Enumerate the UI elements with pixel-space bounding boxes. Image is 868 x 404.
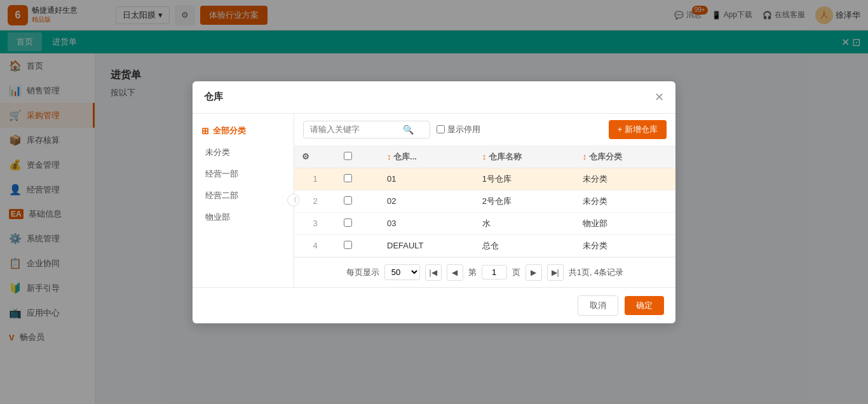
category-all[interactable]: ⊞ 全部分类 <box>193 120 294 142</box>
prev-page-button[interactable]: ◀ <box>447 264 463 281</box>
row-code: DEFAULT <box>379 234 475 257</box>
row-num: 1 <box>294 168 336 190</box>
row-category: 未分类 <box>575 190 675 212</box>
page-summary: 共1页, 4条记录 <box>569 267 624 278</box>
table-row: 4 DEFAULT 总仓 未分类 <box>294 234 675 257</box>
row-checkbox[interactable] <box>336 168 379 190</box>
table-toolbar: 🔍 显示停用 + 新增仓库 <box>294 114 675 146</box>
row-code: 03 <box>379 212 475 234</box>
show-disabled-toggle[interactable]: 显示停用 <box>437 124 480 135</box>
cancel-button[interactable]: 取消 <box>578 295 618 316</box>
row-checkbox[interactable] <box>336 234 379 257</box>
table-panel: 🔍 显示停用 + 新增仓库 ⚙ <box>294 114 675 287</box>
add-warehouse-button[interactable]: + 新增仓库 <box>609 120 667 139</box>
table-row: 2 02 2号仓库 未分类 <box>294 190 675 212</box>
first-page-button[interactable]: |◀ <box>425 264 442 281</box>
table-head: ⚙ ↕ 仓库... ↕ 仓库名称 ↕ 仓库分类 <box>294 146 675 168</box>
row-checkbox[interactable] <box>336 190 379 212</box>
per-page-label: 每页显示 <box>346 267 379 278</box>
search-box: 🔍 <box>303 121 430 138</box>
category-all-label: 全部分类 <box>213 125 246 137</box>
category-collapse-button[interactable]: 《 <box>287 194 300 206</box>
modal-overlay: 仓库 ✕ ⊞ 全部分类 未分类 经营一部 经营二部 物业部 《 <box>0 0 868 404</box>
col-category: ↕ 仓库分类 <box>575 146 675 168</box>
page-input[interactable] <box>482 265 507 279</box>
category-item-ops1[interactable]: 经营一部 <box>193 163 294 185</box>
row-name: 总仓 <box>475 234 575 257</box>
next-page-button[interactable]: ▶ <box>526 264 542 281</box>
col-checkbox <box>336 146 379 168</box>
select-all-checkbox[interactable] <box>344 152 352 160</box>
row-category: 未分类 <box>575 168 675 190</box>
search-input[interactable] <box>310 125 399 134</box>
pagination: 每页显示 50 100 200 |◀ ◀ 第 页 ▶ ▶| 共1页, 4条记录 <box>294 257 675 287</box>
category-item-property[interactable]: 物业部 <box>193 206 294 228</box>
search-icon: 🔍 <box>403 125 414 135</box>
show-disabled-label: 显示停用 <box>447 124 480 135</box>
col-name: ↕ 仓库名称 <box>475 146 575 168</box>
row-num: 3 <box>294 212 336 234</box>
row-num: 4 <box>294 234 336 257</box>
row-category: 未分类 <box>575 234 675 257</box>
show-disabled-checkbox[interactable] <box>437 125 445 133</box>
row-name: 2号仓库 <box>475 190 575 212</box>
warehouse-table-wrap: ⚙ ↕ 仓库... ↕ 仓库名称 ↕ 仓库分类 1 01 <box>294 146 675 257</box>
row-num: 2 <box>294 190 336 212</box>
row-name: 1号仓库 <box>475 168 575 190</box>
page-end-label: 页 <box>512 267 520 278</box>
warehouse-table: ⚙ ↕ 仓库... ↕ 仓库名称 ↕ 仓库分类 1 01 <box>294 146 675 257</box>
per-page-select[interactable]: 50 100 200 <box>384 264 420 280</box>
table-row: 3 03 水 物业部 <box>294 212 675 234</box>
category-item-ops2[interactable]: 经营二部 <box>193 185 294 206</box>
row-code: 02 <box>379 190 475 212</box>
col-code: ↕ 仓库... <box>379 146 475 168</box>
page-label: 第 <box>468 267 477 278</box>
modal-title: 仓库 <box>204 91 223 103</box>
last-page-button[interactable]: ▶| <box>547 264 564 281</box>
grid-icon: ⊞ <box>201 126 209 136</box>
warehouse-modal: 仓库 ✕ ⊞ 全部分类 未分类 经营一部 经营二部 物业部 《 <box>193 81 675 323</box>
table-row: 1 01 1号仓库 未分类 <box>294 168 675 190</box>
row-category: 物业部 <box>575 212 675 234</box>
row-checkbox[interactable] <box>336 212 379 234</box>
modal-header: 仓库 ✕ <box>193 81 675 114</box>
modal-footer: 取消 确定 <box>193 287 675 323</box>
row-name: 水 <box>475 212 575 234</box>
confirm-button[interactable]: 确定 <box>625 296 664 315</box>
category-panel: ⊞ 全部分类 未分类 经营一部 经营二部 物业部 《 <box>193 114 294 287</box>
modal-close-button[interactable]: ✕ <box>654 90 664 104</box>
col-settings: ⚙ <box>294 146 336 168</box>
category-item-unclassified[interactable]: 未分类 <box>193 142 294 163</box>
settings-icon: ⚙ <box>302 152 309 161</box>
table-body: 1 01 1号仓库 未分类 2 02 2号仓库 <box>294 168 675 257</box>
row-code: 01 <box>379 168 475 190</box>
modal-body: ⊞ 全部分类 未分类 经营一部 经营二部 物业部 《 🔍 <box>193 114 675 287</box>
